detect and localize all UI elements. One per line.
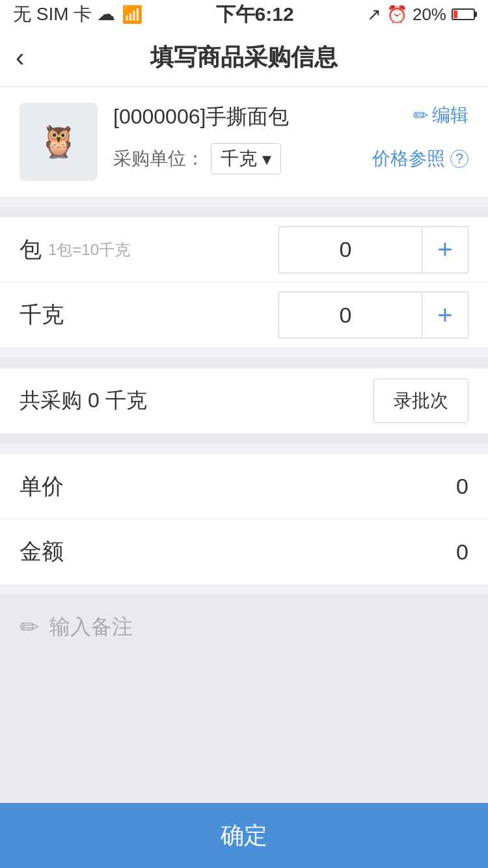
- nav-bar: ‹ 填写商品采购信息: [0, 29, 488, 87]
- sim-label: 无 SIM 卡 ☁: [13, 2, 115, 27]
- location-icon: ↗: [367, 5, 381, 25]
- unit-value: 千克: [221, 146, 257, 171]
- kg-plus-button[interactable]: +: [422, 292, 468, 338]
- section-divider-2: [0, 358, 488, 368]
- product-image: 🦉: [20, 103, 98, 181]
- kg-input[interactable]: [278, 292, 422, 338]
- status-bar: 无 SIM 卡 ☁ 📶 下午6:12 ↗ ⏰ 20%: [0, 0, 488, 29]
- dropdown-arrow-icon: ▾: [262, 148, 271, 170]
- unit-label: 采购单位：: [113, 146, 204, 171]
- unit-select[interactable]: 千克 ▾: [211, 143, 281, 174]
- unit-price-value: 0: [456, 474, 468, 499]
- kg-input-row: 千克 +: [0, 282, 488, 347]
- package-sublabel: 1包=10千克: [48, 239, 130, 260]
- package-input-control: +: [278, 226, 468, 273]
- edit-icon: ✏: [413, 105, 428, 126]
- amount-value: 0: [456, 539, 468, 565]
- section-divider-1: [0, 207, 488, 217]
- package-label: 包: [20, 235, 42, 265]
- package-plus-button[interactable]: +: [422, 226, 468, 273]
- edit-label: 编辑: [432, 103, 468, 128]
- package-input-row: 包 1包=10千克 +: [0, 217, 488, 282]
- note-section[interactable]: ✏ 输入备注: [0, 595, 488, 660]
- summary-row: 共采购 0 千克 录批次: [0, 368, 488, 433]
- unit-price-label: 单价: [20, 472, 64, 502]
- unit-price-row: 单价 0: [0, 454, 488, 519]
- summary-section: 共采购 0 千克 录批次: [0, 358, 488, 444]
- status-left: 无 SIM 卡 ☁ 📶: [13, 2, 142, 27]
- back-button[interactable]: ‹: [16, 43, 24, 72]
- edit-button[interactable]: ✏ 编辑: [413, 103, 468, 128]
- product-image-icon: 🦉: [39, 124, 78, 160]
- package-input[interactable]: [278, 226, 422, 273]
- battery-icon: [452, 8, 475, 20]
- product-card: 🦉 [0000006]手撕面包 ✏ 编辑 采购单位： 千克 ▾ 价格参照 ?: [0, 87, 488, 197]
- record-batch-button[interactable]: 录批次: [373, 379, 468, 423]
- price-ref-label: 价格参照: [372, 146, 445, 171]
- summary-label: 共采购 0 千克: [20, 387, 147, 415]
- product-info: [0000006]手撕面包 ✏ 编辑 采购单位： 千克 ▾ 价格参照 ?: [113, 103, 468, 174]
- section-divider-3: [0, 433, 488, 444]
- input-section: 包 1包=10千克 + 千克 +: [0, 217, 488, 347]
- amount-row: 金额 0: [0, 519, 488, 584]
- price-ref-button[interactable]: 价格参照 ?: [372, 146, 468, 171]
- price-section: 单价 0 金额 0: [0, 454, 488, 584]
- price-ref-help-icon: ?: [450, 150, 468, 168]
- product-name: [0000006]手撕面包: [113, 103, 289, 131]
- note-placeholder: 输入备注: [49, 613, 133, 642]
- confirm-button[interactable]: 确定: [0, 803, 488, 868]
- product-unit-row: 采购单位： 千克 ▾ 价格参照 ?: [113, 143, 468, 174]
- page-title: 填写商品采购信息: [150, 42, 338, 74]
- wifi-icon: 📶: [122, 5, 142, 25]
- battery-percent: 20%: [413, 5, 446, 25]
- amount-label: 金额: [20, 537, 64, 567]
- note-icon: ✏: [20, 614, 39, 641]
- kg-input-control: +: [278, 292, 468, 338]
- alarm-icon: ⏰: [386, 5, 407, 25]
- product-header: [0000006]手撕面包 ✏ 编辑: [113, 103, 468, 131]
- status-right: ↗ ⏰ 20%: [367, 5, 475, 25]
- status-time: 下午6:12: [216, 1, 294, 28]
- kg-label: 千克: [20, 300, 64, 330]
